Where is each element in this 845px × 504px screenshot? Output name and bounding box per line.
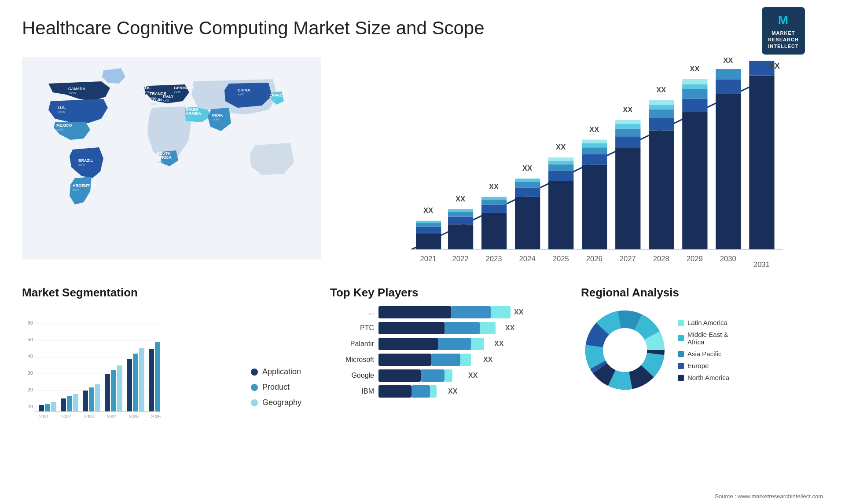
svg-text:2026: 2026	[151, 414, 161, 419]
page-container: Healthcare Cognitive Computing Market Si…	[0, 0, 845, 504]
svg-rect-20	[111, 370, 116, 412]
player-bar-6-dark	[378, 385, 411, 398]
market-segmentation: Market Segmentation 60 50 40 30 20 10	[22, 286, 321, 482]
brazil-label: BRAZIL	[78, 158, 93, 163]
bar-2025-label: XX	[556, 143, 566, 151]
legend-geography: Geography	[251, 398, 321, 407]
player-bar-4-mid	[431, 354, 460, 366]
bar-2025-c3	[548, 164, 573, 171]
bar-2027-c4	[615, 124, 640, 128]
bar-2025-c5	[548, 157, 573, 161]
reg-dot-latin-america	[678, 320, 684, 326]
bar-2024-label: XX	[522, 164, 532, 172]
reg-label-north-america: North America	[687, 374, 729, 381]
bar-2030-c2	[716, 80, 741, 94]
bar-2026-c2	[582, 154, 607, 165]
regional-analysis: Regional Analysis	[581, 286, 823, 482]
reg-dot-north-america	[678, 375, 684, 381]
legend-application: Application	[251, 367, 321, 376]
key-players-title: Top Key Players	[330, 286, 572, 299]
page-title: Healthcare Cognitive Computing Market Si…	[22, 18, 485, 39]
map-section: CANADA xx% U.S. xx% MEXICO xx% BRAZIL xx…	[22, 57, 321, 277]
player-bar-5-mid	[421, 369, 445, 382]
bar-2029-c2	[682, 99, 707, 112]
player-bar-2-light	[480, 322, 496, 334]
bar-chart-svg: XX 2021 XX 2022 XX 2023	[339, 57, 823, 277]
bar-2021-label: XX	[423, 206, 433, 215]
seg-legend: Application Product Geography	[251, 367, 321, 416]
player-bar-5: XX	[378, 369, 572, 382]
svg-rect-23	[133, 354, 138, 412]
bar-2023-year: 2023	[486, 255, 502, 263]
header: Healthcare Cognitive Computing Market Si…	[22, 13, 823, 48]
player-bar-3-dark	[378, 338, 438, 350]
italy-value: xx%	[163, 99, 169, 102]
argentina-label: ARGENTINA	[73, 183, 96, 188]
saudi-label2: ARABIA	[186, 111, 201, 116]
legend-dot-geography	[251, 399, 258, 406]
us-label: U.S.	[58, 106, 66, 110]
svg-text:2024: 2024	[107, 414, 117, 419]
player-name-2: PTC	[330, 324, 374, 332]
bar-2028-c1	[649, 131, 674, 250]
bar-2027-label: XX	[623, 106, 632, 114]
player-row-4: Microsoft XX	[330, 354, 572, 366]
bar-2023-c3	[481, 200, 507, 205]
us-value: xx%	[58, 110, 65, 114]
player-row-3: Palantir XX	[330, 338, 572, 350]
seg-container: 60 50 40 30 20 10	[22, 306, 321, 416]
player-bar-2-dark	[378, 322, 445, 334]
uk-value: xx%	[143, 90, 150, 94]
bar-2030-label: XX	[723, 57, 733, 65]
germany-value: xx%	[174, 90, 180, 94]
bar-2023-c4	[481, 197, 507, 200]
svg-rect-12	[51, 402, 56, 412]
map-container: CANADA xx% U.S. xx% MEXICO xx% BRAZIL xx…	[22, 57, 321, 259]
legend-dot-product	[251, 384, 258, 391]
logo-m-icon: M	[778, 11, 789, 29]
japan-label: JAPAN	[269, 93, 283, 98]
player-bar-4-dark	[378, 354, 431, 366]
reg-legend-latin-america: Latin America	[678, 319, 729, 326]
bar-2030-c3	[716, 69, 741, 80]
bar-2025-c1	[548, 181, 573, 249]
mexico-value: xx%	[56, 128, 63, 131]
player-bar-6-light	[430, 385, 437, 398]
market-seg-title: Market Segmentation	[22, 286, 321, 299]
player-label-6: XX	[448, 387, 457, 395]
japan-value: xx%	[269, 98, 276, 102]
seg-chart-svg: 60 50 40 30 20 10	[22, 319, 163, 420]
player-name-6: IBM	[330, 387, 374, 395]
bar-2024-c1	[515, 197, 540, 250]
y-30: 30	[28, 370, 33, 376]
regional-legend: Latin America Middle East &Africa Asia P…	[678, 319, 729, 381]
bar-2022-c3	[448, 212, 473, 216]
world-map-svg: CANADA xx% U.S. xx% MEXICO xx% BRAZIL xx…	[22, 57, 321, 259]
bar-2031-label: XX	[769, 61, 780, 70]
player-bar-2-mid	[445, 322, 480, 334]
player-bar-4-light	[460, 354, 471, 366]
reg-legend-mea: Middle East &Africa	[678, 331, 729, 346]
player-name-4: Microsoft	[330, 356, 374, 364]
india-value: xx%	[212, 117, 219, 121]
bar-2030-year: 2030	[720, 255, 736, 263]
bar-2027-c1	[615, 148, 640, 249]
reg-label-asia: Asia Pacific	[687, 350, 722, 358]
south-africa-value: xx%	[157, 160, 163, 164]
player-bar-3: XX	[378, 338, 572, 350]
reg-dot-europe	[678, 363, 684, 369]
bar-2025-year: 2025	[553, 255, 569, 263]
bar-2029-year: 2029	[687, 255, 703, 263]
player-bar-1: XX	[378, 306, 572, 318]
bar-2026-c5	[582, 140, 607, 143]
legend-label-geography: Geography	[262, 398, 301, 407]
bar-2021-c4	[416, 221, 441, 223]
player-row-6: IBM XX	[330, 385, 572, 398]
south-africa-label2: AFRICA	[157, 155, 172, 160]
canada-label: CANADA	[68, 87, 85, 91]
player-bar-6: XX	[378, 385, 572, 398]
bar-2024-c4	[515, 179, 540, 182]
reg-dot-mea	[678, 335, 684, 341]
player-bar-1-mid	[451, 306, 491, 318]
bar-2029-c4	[682, 84, 707, 89]
